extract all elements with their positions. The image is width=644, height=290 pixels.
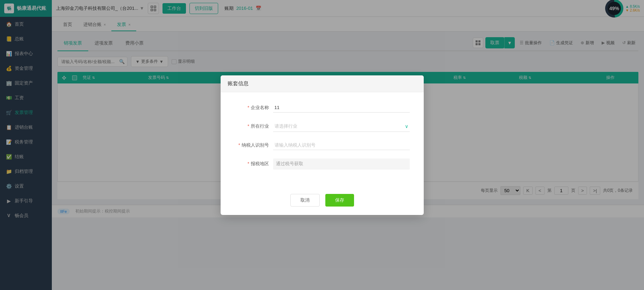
form-row-tax-region: * 报税地区 通过税号获取	[235, 159, 410, 169]
modal-title: 账套信息	[228, 80, 249, 86]
required-star-region: *	[248, 161, 249, 166]
required-star: *	[248, 105, 249, 110]
tax-region-display: 通过税号获取	[273, 159, 410, 169]
form-row-company: * 企业名称	[235, 103, 410, 113]
tax-id-label: * 纳税人识别号	[235, 142, 273, 148]
industry-label: * 所在行业	[235, 123, 273, 129]
industry-dropdown-icon: ∨	[405, 123, 408, 129]
required-star-industry: *	[248, 123, 249, 129]
save-button[interactable]: 保存	[325, 194, 354, 207]
tax-region-label: * 报税地区	[235, 161, 273, 167]
account-info-modal: 账套信息 * 企业名称 * 所在行业 请选择行业 ∨	[221, 75, 424, 215]
modal-header: 账套信息	[221, 75, 424, 92]
modal-body: * 企业名称 * 所在行业 请选择行业 ∨ *	[221, 92, 424, 188]
tax-id-input[interactable]	[273, 140, 410, 150]
form-row-tax-id: * 纳税人识别号	[235, 140, 410, 150]
industry-select[interactable]: 请选择行业 ∨	[273, 121, 410, 132]
form-row-industry: * 所在行业 请选择行业 ∨	[235, 121, 410, 132]
required-star-tax: *	[238, 142, 240, 148]
cancel-button[interactable]: 取消	[290, 194, 320, 207]
company-name-label: * 企业名称	[235, 104, 273, 111]
industry-placeholder: 请选择行业	[275, 123, 297, 129]
modal-overlay[interactable]: 账套信息 * 企业名称 * 所在行业 请选择行业 ∨	[0, 0, 644, 290]
company-name-input[interactable]	[273, 103, 410, 113]
modal-footer: 取消 保存	[221, 188, 424, 215]
